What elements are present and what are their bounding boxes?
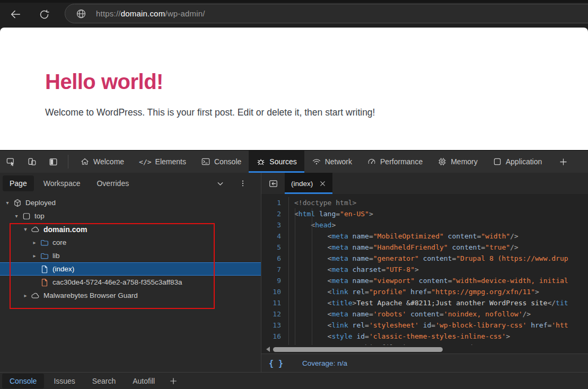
drawer-tabs: ConsoleIssuesSearchAutofill	[0, 374, 162, 388]
file-navigator-tree: ▾Deployed▾top▾domain.com▸core▸lib(index)…	[0, 194, 261, 373]
line-number[interactable]: 10	[261, 286, 289, 297]
code-text: <meta charset="UTF-8">	[289, 264, 419, 275]
close-icon[interactable]	[319, 180, 326, 187]
horizontal-scrollbar[interactable]	[261, 345, 588, 353]
line-number[interactable]: 6	[261, 253, 289, 264]
code-line-3[interactable]: 3 <head>	[261, 219, 588, 231]
hide-navigator-icon	[268, 179, 278, 189]
home-icon	[80, 157, 90, 166]
expanded-arrow-icon[interactable]: ▾	[22, 226, 29, 232]
tree-item-malwarebytes-browser-guard[interactable]: ▸Malwarebytes Browser Guard	[0, 289, 261, 302]
tree-item--index-[interactable]: (index)	[0, 262, 261, 276]
editor-tab-index[interactable]: (index)	[285, 173, 332, 194]
tree-item-core[interactable]: ▸core	[0, 236, 261, 249]
line-number[interactable]: 12	[261, 308, 289, 320]
tree-item-label: core	[52, 238, 66, 246]
code-view[interactable]: 1<!doctype html>2<html lang="en-US">3 <h…	[261, 194, 588, 345]
line-number[interactable]: 2	[261, 208, 289, 219]
line-number[interactable]: 16	[261, 331, 289, 342]
tree-item-label: top	[34, 212, 45, 220]
tree-item-domain-com[interactable]: ▾domain.com	[0, 223, 261, 236]
code-line-7[interactable]: 7 <meta charset="UTF-8">	[261, 264, 588, 275]
line-number[interactable]: 11	[261, 297, 289, 308]
tab-sources[interactable]: Sources	[249, 151, 304, 173]
tab-elements[interactable]: </>Elements	[131, 151, 194, 173]
drawer-more-button[interactable]	[169, 376, 178, 386]
device-toolbar-button[interactable]	[21, 151, 42, 173]
code-text: <html lang="en-US">	[289, 208, 373, 219]
chip-icon	[437, 157, 447, 166]
tab-label: Application	[506, 157, 542, 166]
tab-network[interactable]: Network	[304, 151, 359, 173]
code-text: <style id='classic-theme-styles-inline-c…	[289, 331, 510, 342]
drawer-tab-search[interactable]: Search	[85, 374, 123, 388]
code-text: <meta name='robots' content='noindex, no…	[289, 308, 531, 320]
tab-memory[interactable]: Memory	[430, 151, 485, 173]
tree-item-cac30de4-5724-46e2-a758-f355c3aff83a[interactable]: cac30de4-5724-46e2-a758-f355c3aff83a	[0, 276, 261, 289]
line-number[interactable]: 1	[261, 197, 289, 208]
code-line-16[interactable]: 16 <style id='classic-theme-styles-inlin…	[261, 331, 588, 342]
line-number[interactable]: 4	[261, 231, 289, 242]
collapsed-arrow-icon[interactable]: ▸	[22, 293, 29, 298]
coverage-status[interactable]: Coverage: n/a	[302, 359, 347, 367]
code-line-2[interactable]: 2<html lang="en-US">	[261, 208, 588, 219]
code-line-1[interactable]: 1<!doctype html>	[261, 197, 588, 208]
tab-performance[interactable]: Performance	[359, 151, 430, 173]
tab-label: Network	[325, 157, 352, 166]
line-number[interactable]: 3	[261, 219, 289, 231]
pretty-print-button[interactable]: { }	[269, 359, 283, 368]
code-line-10[interactable]: 10 <link rel="profile" href="https://gmp…	[261, 286, 588, 297]
code-line-13[interactable]: 13 <link rel='stylesheet' id='wp-block-l…	[261, 320, 588, 331]
inspect-element-button[interactable]	[0, 151, 21, 173]
collapsed-arrow-icon[interactable]: ▸	[31, 253, 38, 259]
refresh-button[interactable]	[35, 5, 53, 23]
drawer-tab-issues[interactable]: Issues	[46, 374, 82, 388]
dock-panel-icon	[48, 157, 58, 167]
hide-navigator-button[interactable]	[261, 173, 285, 194]
gauge-icon	[367, 157, 376, 166]
cloud-icon	[31, 225, 40, 234]
page-body-text: Welcome to WordPress. This is your first…	[45, 107, 375, 118]
kebab-menu-icon[interactable]	[239, 179, 247, 188]
tree-item-top[interactable]: ▾top	[0, 209, 261, 223]
expanded-arrow-icon[interactable]: ▾	[4, 200, 11, 206]
panel-tab-workspace[interactable]: Workspace	[37, 175, 87, 191]
back-button[interactable]	[6, 5, 24, 23]
code-line-6[interactable]: 6 <meta name="generator" content="Drupal…	[261, 253, 588, 264]
drawer-tab-autofill[interactable]: Autofill	[125, 374, 162, 388]
devtools-toolbar: Welcome</>ElementsConsoleSourcesNetworkP…	[0, 151, 588, 173]
code-brackets-icon: </>	[139, 158, 151, 166]
toolbar-separator	[68, 155, 68, 169]
dock-side-button[interactable]	[42, 151, 64, 173]
address-bar[interactable]: https://domain.com/wp-admin/	[65, 4, 588, 23]
panel-tab-page[interactable]: Page	[3, 175, 34, 191]
panel-tab-overrides[interactable]: Overrides	[90, 175, 136, 191]
tab-application[interactable]: Application	[485, 151, 550, 173]
tab-welcome[interactable]: Welcome	[73, 151, 131, 173]
code-line-9[interactable]: 9 <meta name="viewport" content="width=d…	[261, 275, 588, 286]
code-line-11[interactable]: 11 <title>Test Apache &#8211;Just anothe…	[261, 297, 588, 308]
code-line-5[interactable]: 5 <meta name="HandheldFriendly" content=…	[261, 242, 588, 253]
line-number[interactable]: 9	[261, 275, 289, 286]
indent-guide	[312, 208, 312, 345]
line-number[interactable]: 13	[261, 320, 289, 331]
inspect-cursor-icon	[6, 157, 16, 167]
scrollbar-thumb[interactable]	[273, 347, 443, 352]
more-tabs-button[interactable]	[552, 151, 574, 173]
code-line-4[interactable]: 4 <meta name="MobileOptimized" content="…	[261, 231, 588, 242]
cloud-icon	[31, 291, 40, 300]
line-number[interactable]: 7	[261, 264, 289, 275]
chevron-down-icon[interactable]	[216, 179, 225, 188]
refresh-icon	[39, 9, 50, 20]
tab-console[interactable]: Console	[194, 151, 249, 173]
expanded-arrow-icon[interactable]: ▾	[13, 213, 20, 219]
line-number[interactable]: 5	[261, 242, 289, 253]
code-line-12[interactable]: 12 <meta name='robots' content='noindex,…	[261, 308, 588, 320]
page-title: Hello world!	[45, 70, 163, 94]
drawer-tab-console[interactable]: Console	[2, 374, 44, 388]
tree-item-lib[interactable]: ▸lib	[0, 249, 261, 262]
collapsed-arrow-icon[interactable]: ▸	[31, 240, 38, 245]
tree-item-deployed[interactable]: ▾Deployed	[0, 196, 261, 209]
tab-label: Sources	[269, 157, 296, 166]
scroll-left-arrow-icon[interactable]	[264, 347, 270, 352]
